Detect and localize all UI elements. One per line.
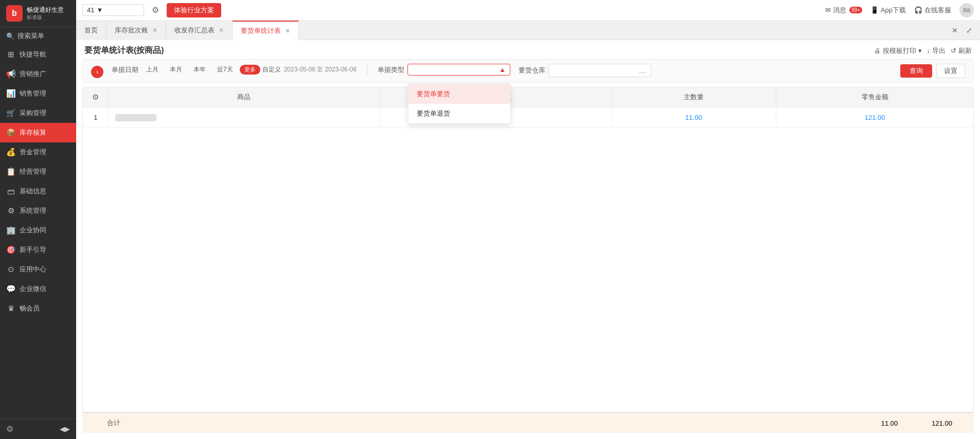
type-filter-label: 单据类型 bbox=[378, 65, 404, 75]
date-btn-7days[interactable]: 近7天 bbox=[212, 64, 238, 76]
sidebar-search[interactable]: 🔍 搜索菜单 bbox=[0, 27, 76, 45]
online-service-item[interactable]: 🎧 在线客服 bbox=[914, 6, 951, 15]
tab-close-inventory-batch[interactable]: ✕ bbox=[152, 27, 157, 34]
sidebar-item-operations[interactable]: 📋经营管理 bbox=[0, 162, 76, 181]
sidebar-icon-guide: 🎯 bbox=[6, 245, 15, 254]
sidebar-icon-system: ⚙ bbox=[6, 206, 15, 215]
sidebar-item-basic-info[interactable]: 🗃基础信息 bbox=[0, 181, 76, 201]
data-table-wrapper: ⚙ 商品 主计量单位 主数量 零售金额 1 块 11.00 121.00 bbox=[82, 87, 974, 412]
settings-button[interactable]: 设置 bbox=[936, 64, 965, 78]
tab-receive-summary[interactable]: 收发存汇总表✕ bbox=[166, 21, 233, 40]
trial-button[interactable]: 体验行业方案 bbox=[167, 3, 221, 17]
store-selector[interactable]: 41 ▼ bbox=[82, 4, 144, 16]
footer-amount: 121.00 bbox=[916, 419, 968, 427]
sidebar-item-app-center[interactable]: ⊙应用中心 bbox=[0, 260, 76, 279]
sidebar-item-member[interactable]: ♛畅会员 bbox=[0, 299, 76, 318]
tabs-actions: ✕ ⤢ bbox=[948, 24, 980, 37]
refresh-icon: ↺ bbox=[951, 47, 956, 54]
date-btn-this-month[interactable]: 本月 bbox=[165, 64, 187, 76]
tab-inventory-batch[interactable]: 库存批次账✕ bbox=[106, 21, 166, 40]
page-title: 要货单统计表(按商品) bbox=[84, 45, 164, 56]
sidebar-icon-wechat: 💬 bbox=[6, 284, 15, 294]
sidebar-item-wechat[interactable]: 💬企业微信 bbox=[0, 279, 76, 299]
app-download-item[interactable]: 📱 App下载 bbox=[870, 6, 906, 15]
tab-order-summary[interactable]: 要货单统计表✕ bbox=[233, 21, 299, 40]
logo-text: 畅捷通好生意 标准版 bbox=[27, 6, 64, 22]
sidebar-item-purchase[interactable]: 🛒采购管理 bbox=[0, 103, 76, 123]
sidebar-bottom: ⚙ ◀▶ bbox=[0, 418, 76, 439]
date-shortcuts: 上月 本月 本年 近7天 更多 自定义 bbox=[141, 64, 281, 76]
tab-label-receive-summary: 收发存汇总表 bbox=[174, 26, 215, 35]
header-gear-btn[interactable]: ⚙ bbox=[148, 3, 163, 17]
print-icon: 🖨 bbox=[874, 47, 881, 54]
th-amount: 零售金额 bbox=[776, 87, 973, 107]
page-content: 要货单统计表(按商品) 🖨 按模板打印 ▾ ↓ 导出 ↺ 刷新 › bbox=[76, 40, 980, 439]
sidebar-collapse-btn[interactable]: ◀▶ bbox=[60, 425, 70, 433]
filter-expand-btn[interactable]: › bbox=[91, 66, 103, 78]
dropdown-item-order-goods[interactable]: 要货单要货 bbox=[408, 84, 510, 104]
warehouse-select-more-icon: … bbox=[638, 66, 647, 75]
td-no-0: 1 bbox=[83, 107, 109, 127]
headset-icon: 🎧 bbox=[914, 6, 922, 14]
warehouse-filter-group: 要货仓库 … bbox=[519, 64, 651, 77]
sidebar-icon-purchase: 🛒 bbox=[6, 108, 15, 118]
sidebar-item-marketing[interactable]: 📢营销推广 bbox=[0, 64, 76, 84]
tab-close-receive-summary[interactable]: ✕ bbox=[219, 27, 224, 34]
page-title-bar: 要货单统计表(按商品) 🖨 按模板打印 ▾ ↓ 导出 ↺ 刷新 bbox=[76, 40, 980, 59]
date-btn-custom[interactable]: 自定义 bbox=[262, 65, 281, 74]
message-badge: 99+ bbox=[849, 7, 862, 13]
settings-icon[interactable]: ⚙ bbox=[6, 424, 13, 434]
message-icon: ✉ bbox=[825, 6, 831, 14]
table-header-row: ⚙ 商品 主计量单位 主数量 零售金额 bbox=[83, 87, 973, 107]
sidebar-item-quick-nav[interactable]: ⊞快捷导航 bbox=[0, 45, 76, 64]
sidebar-item-guide[interactable]: 🎯新手引导 bbox=[0, 240, 76, 260]
td-quantity-0: 11.00 bbox=[611, 107, 776, 127]
data-table: ⚙ 商品 主计量单位 主数量 零售金额 1 块 11.00 121.00 bbox=[83, 87, 973, 127]
export-btn[interactable]: ↓ 导出 bbox=[927, 46, 946, 56]
date-btn-more[interactable]: 更多 bbox=[240, 65, 260, 75]
filter-divider-1 bbox=[367, 64, 367, 76]
sidebar-label-member: 畅会员 bbox=[20, 304, 40, 313]
footer-label: 合计 bbox=[107, 418, 138, 428]
type-select[interactable]: ▲ 要货单要货 要货单退货 bbox=[407, 64, 510, 76]
sidebar-label-basic-info: 基础信息 bbox=[20, 187, 46, 196]
tab-label-inventory-batch: 库存批次账 bbox=[115, 26, 148, 35]
refresh-btn[interactable]: ↺ 刷新 bbox=[951, 46, 972, 56]
query-button[interactable]: 查询 bbox=[900, 64, 932, 78]
sidebar-label-finance: 资金管理 bbox=[20, 148, 46, 157]
tab-home[interactable]: 首页 bbox=[76, 21, 106, 40]
sidebar-item-finance[interactable]: 💰资金管理 bbox=[0, 142, 76, 162]
sidebar-item-sales[interactable]: 📊销售管理 bbox=[0, 84, 76, 103]
warehouse-select[interactable]: … bbox=[548, 64, 651, 77]
tab-expand-btn[interactable]: ⤢ bbox=[963, 24, 976, 37]
header-right: ✉ 消息 99+ 📱 App下载 🎧 在线客服 Rit bbox=[825, 3, 974, 17]
date-btn-this-year[interactable]: 本年 bbox=[189, 64, 210, 76]
sidebar-item-enterprise[interactable]: 🏢企业协同 bbox=[0, 221, 76, 240]
sidebar: b 畅捷通好生意 标准版 🔍 搜索菜单 ⊞快捷导航📢营销推广📊销售管理🛒采购管理… bbox=[0, 0, 76, 439]
print-template-btn[interactable]: 🖨 按模板打印 ▾ bbox=[874, 46, 922, 56]
date-btn-last-month[interactable]: 上月 bbox=[141, 64, 163, 76]
sidebar-item-inventory[interactable]: 📦库存核算 bbox=[0, 123, 76, 142]
sidebar-item-system[interactable]: ⚙系统管理 bbox=[0, 201, 76, 221]
sidebar-icon-inventory: 📦 bbox=[6, 128, 15, 137]
th-settings[interactable]: ⚙ bbox=[83, 87, 109, 107]
sidebar-icon-quick-nav: ⊞ bbox=[6, 50, 15, 59]
date-filter-label: 单据日期 bbox=[112, 65, 138, 75]
top-header: 41 ▼ ⚙ 体验行业方案 ✉ 消息 99+ 📱 App下载 🎧 在线客服 Ri… bbox=[76, 0, 980, 21]
product-placeholder-0 bbox=[115, 114, 156, 121]
td-amount-0: 121.00 bbox=[776, 107, 973, 127]
date-filter-group: 单据日期 上月 本月 本年 近7天 更多 自定义 2023-05-06 至 20… bbox=[112, 64, 357, 76]
type-dropdown: 要货单要货 要货单退货 bbox=[408, 84, 511, 124]
message-item[interactable]: ✉ 消息 99+ bbox=[825, 6, 862, 15]
sidebar-icon-marketing: 📢 bbox=[6, 69, 15, 79]
tab-close-all-btn[interactable]: ✕ bbox=[948, 24, 961, 37]
sidebar-label-purchase: 采购管理 bbox=[20, 108, 46, 118]
user-avatar[interactable]: Rit bbox=[959, 3, 974, 17]
sidebar-icon-sales: 📊 bbox=[6, 89, 15, 98]
sidebar-icon-basic-info: 🗃 bbox=[6, 187, 15, 196]
table-gear-icon[interactable]: ⚙ bbox=[92, 93, 99, 101]
dropdown-item-order-return[interactable]: 要货单退货 bbox=[408, 104, 510, 123]
type-select-arrow-icon: ▲ bbox=[499, 66, 506, 74]
tab-close-order-summary[interactable]: ✕ bbox=[285, 27, 290, 34]
dropdown-arrow-icon: ▼ bbox=[96, 6, 103, 14]
